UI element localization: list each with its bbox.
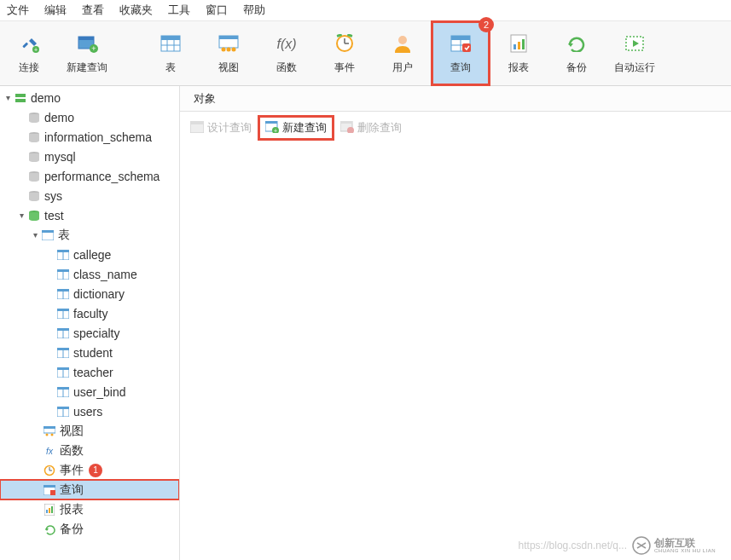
tree-server[interactable]: ▾ demo — [0, 88, 179, 107]
svg-rect-93 — [340, 121, 352, 124]
table-icon — [56, 326, 70, 340]
tool-auto[interactable]: 自动运行 — [606, 21, 664, 85]
svg-point-14 — [222, 48, 226, 52]
tree-table-item[interactable]: user_bind — [0, 382, 179, 401]
tree-db-demo[interactable]: demo — [0, 107, 179, 127]
btn-new-query[interactable]: + 新建查询 — [260, 118, 332, 138]
menu-view[interactable]: 查看 — [82, 3, 104, 18]
svg-rect-85 — [51, 506, 53, 513]
table-icon — [56, 346, 70, 360]
menu-help[interactable]: 帮助 — [243, 3, 265, 18]
chevron-down-icon[interactable]: ▾ — [2, 93, 14, 102]
tree-table-item[interactable]: class_name — [0, 264, 179, 284]
menu-bar: 文件 编辑 查看 收藏夹 工具 窗口 帮助 — [0, 0, 731, 21]
tool-user[interactable]: 用户 — [374, 21, 432, 85]
svg-point-73 — [46, 433, 49, 436]
table-icon — [56, 405, 70, 419]
svg-rect-28 — [462, 43, 471, 52]
main-toolbar: + 连接 + 新建查询 表 视图 f(x) 函数 事件 用户 查询 2 报表 备… — [0, 21, 731, 86]
view-icon — [43, 424, 56, 438]
tree-tables[interactable]: ▾表 — [0, 225, 179, 245]
svg-rect-8 — [161, 36, 180, 40]
tree-reports[interactable]: 报表 — [0, 499, 179, 519]
svg-rect-87 — [190, 121, 204, 124]
tree-db-test[interactable]: ▾test — [0, 205, 179, 225]
tree-db-sys[interactable]: sys — [0, 186, 179, 205]
svg-rect-30 — [513, 44, 516, 49]
svg-rect-81 — [50, 490, 55, 495]
db-icon — [27, 209, 41, 222]
report-icon — [43, 503, 56, 517]
sidebar: ▾ demo demo information_schema mysql per… — [0, 86, 180, 560]
chevron-down-icon[interactable]: ▾ — [15, 211, 27, 220]
fx-icon: fx — [43, 444, 56, 458]
tree-table-item[interactable]: users — [0, 401, 179, 421]
svg-rect-72 — [44, 426, 55, 429]
menu-window[interactable]: 窗口 — [206, 3, 228, 18]
menu-fav[interactable]: 收藏夹 — [119, 3, 153, 18]
tree-table-item[interactable]: specialty — [0, 323, 179, 343]
tree-table-item[interactable]: faculty — [0, 303, 179, 323]
object-toolbar: 设计查询 + 新建查询 删除查询 — [180, 112, 731, 144]
tool-function[interactable]: f(x) 函数 — [258, 21, 316, 85]
tool-table[interactable]: 表 — [142, 21, 200, 85]
svg-rect-31 — [518, 42, 520, 49]
svg-rect-13 — [219, 36, 238, 39]
svg-text:+: + — [274, 128, 277, 133]
tree-table-item[interactable]: teacher — [0, 362, 179, 382]
badge-1: 1 — [89, 464, 102, 477]
content-area: 对象 设计查询 + 新建查询 删除查询 https://blog.csdn.ne… — [180, 86, 731, 560]
brand-logo: 创新互联 CHUANG XIN HU LIAN — [632, 536, 716, 555]
tree-db-perf[interactable]: performance_schema — [0, 166, 179, 186]
tree-db-mysql[interactable]: mysql — [0, 147, 179, 166]
tree-events[interactable]: 事件1 — [0, 460, 179, 480]
tree-table-item[interactable]: student — [0, 343, 179, 362]
menu-tools[interactable]: 工具 — [168, 3, 190, 18]
svg-rect-4 — [78, 37, 94, 40]
tool-view[interactable]: 视图 — [200, 21, 258, 85]
tool-backup[interactable]: 备份 — [548, 21, 606, 85]
tool-new-query[interactable]: + 新建查询 — [58, 21, 116, 85]
backup-icon — [565, 32, 589, 55]
object-tab[interactable]: 对象 — [180, 86, 731, 112]
svg-rect-32 — [522, 39, 525, 49]
table-icon — [56, 366, 70, 379]
tool-connect[interactable]: + 连接 — [0, 21, 58, 85]
query-icon — [449, 32, 473, 55]
btn-design-query[interactable]: 设计查询 — [185, 118, 257, 138]
tree-queries[interactable]: 查询 — [0, 480, 179, 499]
server-icon — [14, 91, 27, 105]
svg-point-15 — [227, 48, 231, 52]
newq-icon: + — [265, 121, 279, 135]
menu-file[interactable]: 文件 — [7, 3, 29, 18]
tree-table-item[interactable]: callege — [0, 245, 179, 264]
chevron-down-icon[interactable]: ▾ — [29, 230, 41, 240]
tree-db-info[interactable]: information_schema — [0, 127, 179, 147]
svg-rect-84 — [49, 508, 50, 513]
svg-rect-43 — [42, 230, 54, 233]
tool-event[interactable]: 事件 — [316, 21, 374, 85]
svg-text:+: + — [34, 47, 38, 53]
db-icon — [27, 111, 41, 124]
newquery-icon: + — [75, 32, 99, 55]
tree-functions[interactable]: fx函数 — [0, 441, 179, 460]
tree-views[interactable]: 视图 — [0, 421, 179, 441]
tree-backups[interactable]: 备份 — [0, 519, 179, 539]
watermark: https://blog.csdn.net/q... 创新互联 CHUANG X… — [519, 536, 716, 555]
tree-table-item[interactable]: dictionary — [0, 284, 179, 303]
fx-icon: f(x) — [275, 32, 299, 55]
btn-delete-query[interactable]: 删除查询 — [335, 118, 407, 138]
view-icon — [217, 32, 241, 55]
menu-edit[interactable]: 编辑 — [44, 3, 67, 18]
svg-rect-0 — [22, 42, 28, 48]
svg-point-74 — [51, 433, 54, 436]
user-icon — [391, 32, 415, 55]
tool-report[interactable]: 报表 — [490, 21, 548, 85]
svg-rect-80 — [44, 485, 55, 488]
svg-rect-34 — [15, 94, 26, 97]
tool-query[interactable]: 查询 2 — [432, 21, 490, 85]
db-icon — [27, 150, 41, 164]
design-icon — [190, 121, 204, 135]
table-icon — [56, 268, 70, 281]
table-icon — [56, 287, 70, 301]
